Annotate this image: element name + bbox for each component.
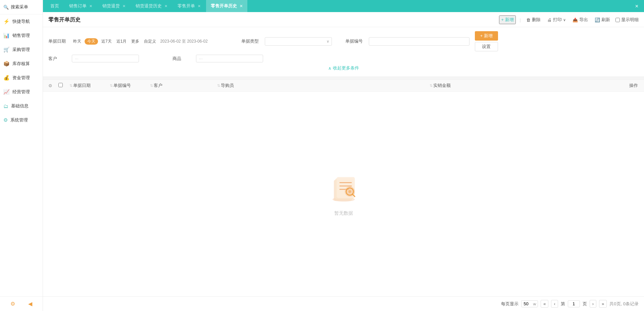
date-buttons: 昨天今天近7天近1月更多自定义 <box>72 38 157 45</box>
tab-close-icon[interactable]: ✕ <box>122 4 126 8</box>
top-nav-right: ✕ <box>635 4 641 9</box>
th-label: 导购员 <box>221 83 234 89</box>
sort-icon: ⇅ <box>69 84 72 88</box>
sidebar-item-label: 基础信息 <box>11 103 29 109</box>
order-no-input[interactable] <box>369 37 469 46</box>
date-filter-label: 单据日期 <box>48 38 72 44</box>
th-action-label: 操作 <box>629 83 638 89</box>
customer-input[interactable]: ··· <box>75 56 136 61</box>
date-btn-昨天[interactable]: 昨天 <box>72 38 83 45</box>
settings-button[interactable]: 设置 <box>475 42 498 51</box>
refresh-button[interactable]: 🔄 刷新 <box>593 16 611 23</box>
date-btn-近1月[interactable]: 近1月 <box>115 38 128 45</box>
close-window-btn[interactable]: ✕ <box>635 4 639 9</box>
delete-button[interactable]: 🗑 删除 <box>525 16 542 23</box>
tab-label: 销货退货历史 <box>136 3 162 9</box>
table-settings-icon[interactable]: ⚙ <box>46 83 55 88</box>
next-page-btn[interactable]: › <box>590 300 596 308</box>
page-label-pre: 第 <box>561 301 565 307</box>
tab-sales-return-history[interactable]: 销货退货历史✕ <box>131 0 172 12</box>
quick-nav-icon: ⚡ <box>3 18 10 24</box>
th-action: 操作 <box>626 80 641 91</box>
sidebar-item-label: 经营管理 <box>12 89 30 95</box>
last-page-btn[interactable]: » <box>599 300 607 308</box>
date-btn-自定义[interactable]: 自定义 <box>143 38 157 45</box>
date-btn-近7天[interactable]: 近7天 <box>100 38 113 45</box>
th-label: 单据日期 <box>73 83 91 89</box>
per-page-label: 每页显示 <box>501 301 518 307</box>
date-btn-更多[interactable]: 更多 <box>130 38 141 45</box>
basic-info-icon: 🗂 <box>3 103 8 109</box>
order-no-label: 单据编号 <box>345 38 369 44</box>
tab-retail-open-history[interactable]: 零售开单历史✕ <box>206 0 247 12</box>
sidebar-item-label: 快捷导航 <box>12 18 30 24</box>
page-number-input[interactable]: 1 <box>568 300 580 307</box>
sidebar-search-label: 搜索采单 <box>11 4 28 10</box>
svg-point-10 <box>348 190 351 193</box>
th-label: 单据编号 <box>113 83 131 89</box>
display-detail-toggle[interactable]: 显示明细 <box>615 17 639 23</box>
display-detail-checkbox[interactable] <box>615 18 620 22</box>
sidebar-search[interactable]: 🔍 搜索采单 <box>0 0 43 14</box>
tab-sales-return[interactable]: 销货退货✕ <box>98 0 130 12</box>
order-type-select[interactable] <box>265 37 332 46</box>
first-page-btn[interactable]: « <box>541 300 548 308</box>
tab-close-icon[interactable]: ✕ <box>198 4 201 8</box>
print-button[interactable]: 🖨 打印 ∨ <box>546 16 567 23</box>
select-all-checkbox[interactable] <box>55 83 66 88</box>
query-button[interactable]: + 新增 <box>475 31 498 41</box>
add-button[interactable]: + 新增 <box>499 15 515 24</box>
th-实销金额[interactable]: ⇅实销金额 <box>426 80 454 91</box>
filter-row-1: 单据日期 昨天今天近7天近1月更多自定义 2023-06-02 至 2023-0… <box>48 31 639 51</box>
sidebar-item-purchase-mgmt[interactable]: 🛒采购管理 <box>0 43 43 57</box>
sidebar-item-sys-mgmt[interactable]: ⚙系统管理 <box>0 113 43 127</box>
settings-icon[interactable]: ⚙ <box>10 301 15 307</box>
th-导购员[interactable]: ⇅导购员 <box>214 80 254 91</box>
sidebar-item-finance[interactable]: 💰资金管理 <box>0 71 43 85</box>
export-button[interactable]: 📤 导出 <box>571 16 589 23</box>
sidebar-item-operations[interactable]: 📈经营管理 <box>0 85 43 99</box>
print-dropdown-icon: ∨ <box>563 18 566 22</box>
th-单据编号[interactable]: ⇅单据编号 <box>106 80 147 91</box>
tab-close-icon[interactable]: ✕ <box>89 4 92 8</box>
tab-home[interactable]: 首页 <box>46 0 64 12</box>
sidebar-item-inventory[interactable]: 📦库存核算 <box>0 57 43 71</box>
inventory-icon: 📦 <box>3 61 10 67</box>
sidebar-item-label: 资金管理 <box>12 75 30 81</box>
refresh-icon: 🔄 <box>595 17 600 22</box>
per-page-select-wrapper: 50 20 100 ∨ <box>521 300 538 307</box>
tab-close-icon[interactable]: ✕ <box>240 4 243 8</box>
sort-icon: ⇅ <box>150 84 153 88</box>
filter-area: 单据日期 昨天今天近7天近1月更多自定义 2023-06-02 至 2023-0… <box>43 27 644 77</box>
tab-close-icon[interactable]: ✕ <box>164 4 167 8</box>
collapse-more-row: ∧ 收起更多条件 <box>48 62 639 72</box>
sidebar-item-basic-info[interactable]: 🗂基础信息 <box>0 99 43 113</box>
collapse-sidebar-btn[interactable]: ◀ <box>28 301 32 307</box>
page-header: 零售开单历史 + 新增 | 🗑 删除 🖨 打印 ∨ 📤 导出 <box>43 12 644 27</box>
sidebar-item-label: 销售管理 <box>12 33 30 39</box>
sidebar-item-sales-mgmt[interactable]: 📊销售管理 <box>0 29 43 43</box>
date-btn-今天[interactable]: 今天 <box>85 38 98 45</box>
goods-input[interactable]: ··· <box>199 56 260 61</box>
per-page-select[interactable]: 50 20 100 <box>521 300 538 307</box>
print-icon: 🖨 <box>547 17 552 22</box>
sort-icon: ⇅ <box>217 84 220 88</box>
sales-mgmt-icon: 📊 <box>3 33 10 39</box>
customer-label: 客户 <box>48 56 72 62</box>
operations-icon: 📈 <box>3 89 10 95</box>
tab-retail-open[interactable]: 零售开单✕ <box>173 0 205 12</box>
th-单据日期[interactable]: ⇅单据日期 <box>66 80 106 91</box>
sidebar: 🔍 搜索采单 ⚡快捷导航📊销售管理🛒采购管理📦库存核算💰资金管理📈经营管理🗂基础… <box>0 0 43 311</box>
sys-mgmt-icon: ⚙ <box>3 117 8 123</box>
th-客户[interactable]: ⇅客户 <box>147 80 214 91</box>
delete-icon: 🗑 <box>526 17 531 22</box>
collapse-more-btn[interactable]: ∧ 收起更多条件 <box>328 64 359 72</box>
prev-page-btn[interactable]: ‹ <box>551 300 558 308</box>
empty-state: 暂无数据 <box>327 171 360 216</box>
toolbar: + 新增 | 🗑 删除 🖨 打印 ∨ 📤 导出 🔄 刷新 <box>499 15 639 24</box>
tab-sales-order[interactable]: 销售订单✕ <box>64 0 97 12</box>
sort-icon: ⇅ <box>430 84 433 88</box>
tab-label: 零售开单 <box>178 3 195 9</box>
order-type-select-wrapper <box>265 37 332 46</box>
sidebar-item-quick-nav[interactable]: ⚡快捷导航 <box>0 14 43 29</box>
